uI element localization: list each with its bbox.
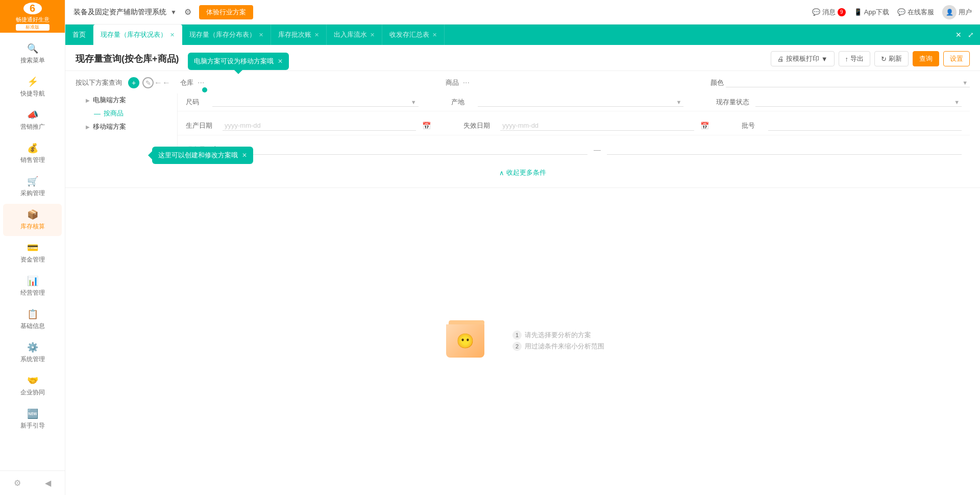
settings-gear-btn[interactable]: ⚙ — [181, 5, 195, 19]
sidebar-item-sales[interactable]: 💰 销售管理 — [3, 137, 62, 170]
tab-close-collect[interactable]: ✕ — [432, 32, 437, 38]
quick-icon: ⚡ — [27, 76, 38, 87]
size-dropdown-arrow: ▼ — [411, 99, 416, 105]
goods-label: 商品 — [446, 78, 459, 87]
sidebar-item-quick[interactable]: ⚡ 快捷导航 — [3, 71, 62, 103]
settings-btn[interactable]: 设置 — [943, 51, 970, 66]
mobile-scheme-node[interactable]: ▶ 移动端方案 — [86, 120, 177, 133]
print-template-btn[interactable]: 🖨 按模板打印 ▼ — [771, 51, 835, 66]
expand-tabs-btn[interactable]: ⤢ — [966, 30, 976, 40]
tab-inventory-dist[interactable]: 现存量（库存分布表） ✕ — [182, 25, 271, 45]
stock-status-label: 现存量状态 — [716, 98, 749, 107]
sidebar-item-finance[interactable]: 💳 资金管理 — [3, 237, 62, 269]
sidebar-item-search[interactable]: 🔍 搜索菜单 — [3, 38, 62, 70]
system-icon: ⚙️ — [27, 342, 38, 353]
dot-indicator — [202, 87, 207, 92]
sidebar-item-purchase[interactable]: 🛒 采购管理 — [3, 171, 62, 203]
close-all-tabs-btn[interactable]: ✕ — [953, 30, 964, 40]
tab-batch-account[interactable]: 库存批次账 ✕ — [271, 25, 327, 45]
stock-main-input2[interactable] — [607, 145, 962, 155]
guide-icon: 🆕 — [27, 408, 38, 419]
sidebar: 6 畅捷通好生意 标准版 🔍 搜索菜单 ⚡ 快捷导航 📣 营销推广 💰 销售管理… — [0, 0, 65, 495]
stock-main-input[interactable] — [233, 145, 587, 155]
basic-icon: 📋 — [27, 309, 38, 320]
export-btn[interactable]: ↑ 导出 — [839, 51, 871, 66]
tab-collect-total[interactable]: 收发存汇总表 ✕ — [382, 25, 445, 45]
user-item[interactable]: 👤 用户 — [942, 5, 972, 19]
header-right: 💬 消息 9 📱 App下载 💬 在线客服 👤 用户 — [812, 5, 972, 19]
collapse-chevron-icon: ∧ — [499, 169, 504, 177]
warehouse-dots[interactable]: ··· — [198, 78, 204, 87]
back-scheme-btn[interactable]: ←← — [157, 77, 168, 88]
form-row-2: 生产日期 📅 失效日期 📅 批号 — [178, 116, 970, 135]
finance-icon: 💳 — [27, 242, 38, 253]
tab-close-inventory-dist[interactable]: ✕ — [259, 32, 263, 38]
search-icon: 🔍 — [27, 43, 38, 54]
expire-date-input[interactable] — [500, 121, 694, 131]
experience-btn[interactable]: 体验行业方案 — [199, 5, 253, 19]
tab-close-io[interactable]: ✕ — [370, 32, 375, 38]
desktop-scheme-node[interactable]: ▶ 电脑端方案 — [86, 93, 177, 107]
desktop-children: — 按商品 — [86, 107, 177, 120]
tab-bar: 首页 现存量（库存状况表） ✕ 现存量（库存分布表） ✕ 库存批次账 ✕ 出入库… — [65, 25, 980, 45]
filter-add-btns: + ✎ ←← — [128, 77, 168, 88]
collapse-btn[interactable]: ∧ 收起更多条件 — [76, 164, 970, 181]
empty-hint-2: 2 用过滤条件来缩小分析范围 — [512, 342, 604, 351]
goods-dots[interactable]: ··· — [463, 78, 470, 87]
produce-date-label: 生产日期 — [186, 121, 216, 130]
settings-bottom-btn[interactable]: ⚙ — [12, 476, 23, 490]
app-download-item[interactable]: 📱 App下载 — [854, 8, 889, 17]
notification-item[interactable]: 💬 消息 9 — [812, 8, 846, 17]
sidebar-item-system[interactable]: ⚙️ 系统管理 — [3, 337, 62, 369]
size-label: 尺码 — [186, 98, 206, 107]
phone-icon: 📱 — [854, 8, 862, 16]
stock-status-select[interactable]: ▼ — [755, 98, 962, 107]
scheme-tree-area: ▶ 电脑端方案 — 按商品 ▶ 移动端方案 — [76, 93, 970, 164]
warehouse-label: 仓库 — [180, 78, 193, 87]
edit-scheme-btn[interactable]: ✎ — [142, 77, 154, 88]
sidebar-item-marketing[interactable]: 📣 营销推广 — [3, 104, 62, 136]
sidebar-item-basic[interactable]: 📋 基础信息 — [3, 303, 62, 336]
hint-num-1: 1 — [512, 331, 522, 340]
scheme-tooltip-close[interactable]: ✕ — [278, 58, 283, 65]
desktop-child-goods[interactable]: — 按商品 — [94, 107, 177, 120]
tab-close-batch[interactable]: ✕ — [314, 32, 319, 38]
operation-icon: 📊 — [27, 275, 38, 287]
batch-input[interactable] — [768, 121, 962, 131]
print-icon: 🖨 — [777, 55, 784, 63]
origin-select[interactable]: ▼ — [478, 98, 684, 107]
edit-tooltip-close[interactable]: ✕ — [242, 152, 247, 159]
scheme-tree: ▶ 电脑端方案 — 按商品 ▶ 移动端方案 — [76, 93, 178, 164]
produce-calendar-icon[interactable]: 📅 — [422, 122, 431, 130]
collapse-sidebar-btn[interactable]: ◀ — [43, 476, 53, 490]
goods-field: 商品 ··· — [446, 78, 705, 87]
sidebar-item-inventory[interactable]: 📦 库存核算 — [3, 204, 62, 236]
add-scheme-btn[interactable]: + — [128, 77, 139, 88]
logo-icon: 6 — [23, 3, 42, 14]
expire-calendar-icon[interactable]: 📅 — [700, 122, 709, 130]
sidebar-item-operation[interactable]: 📊 经营管理 — [3, 270, 62, 302]
filter-area: 按以下方案查询 + ✎ ←← 电脑方案可设为移动方案哦 ✕ 仓库 ··· — [65, 71, 980, 188]
notification-badge: 9 — [838, 8, 846, 16]
search-btn[interactable]: 查询 — [913, 51, 939, 66]
produce-date-input[interactable] — [223, 121, 416, 131]
online-service-item[interactable]: 💬 在线客服 — [897, 8, 934, 17]
system-dropdown[interactable]: ▼ — [170, 9, 177, 16]
sidebar-item-enterprise[interactable]: 🤝 企业协同 — [3, 370, 62, 402]
sidebar-menu: 🔍 搜索菜单 ⚡ 快捷导航 📣 营销推广 💰 销售管理 🛒 采购管理 📦 库存核… — [0, 33, 65, 470]
tab-close-inventory-status[interactable]: ✕ — [170, 32, 175, 38]
color-select[interactable]: ▼ — [726, 79, 970, 87]
tab-home[interactable]: 首页 — [65, 25, 93, 45]
empty-area: 😶 1 请先选择要分析的方案 2 用过滤条件来缩小分析范围 — [65, 188, 980, 495]
form-fields-area: 尺码 ▼ 产地 ▼ 现存量状态 ▼ — [178, 93, 970, 164]
origin-dropdown-arrow: ▼ — [676, 99, 681, 105]
filter-row-1: 按以下方案查询 + ✎ ←← 电脑方案可设为移动方案哦 ✕ 仓库 ··· — [76, 77, 970, 88]
empty-illustration: 😶 — [441, 316, 492, 367]
tab-actions: ✕ ⤢ — [949, 30, 980, 40]
system-name: 装备及固定资产辅助管理系统 — [74, 8, 166, 17]
size-select[interactable]: ▼ — [212, 98, 419, 107]
refresh-btn[interactable]: ↻ 刷新 — [874, 51, 909, 66]
tab-inventory-status[interactable]: 现存量（库存状况表） ✕ — [93, 25, 182, 45]
sidebar-item-guide[interactable]: 🆕 新手引导 — [3, 403, 62, 435]
tab-io-flow[interactable]: 出入库流水 ✕ — [327, 25, 382, 45]
